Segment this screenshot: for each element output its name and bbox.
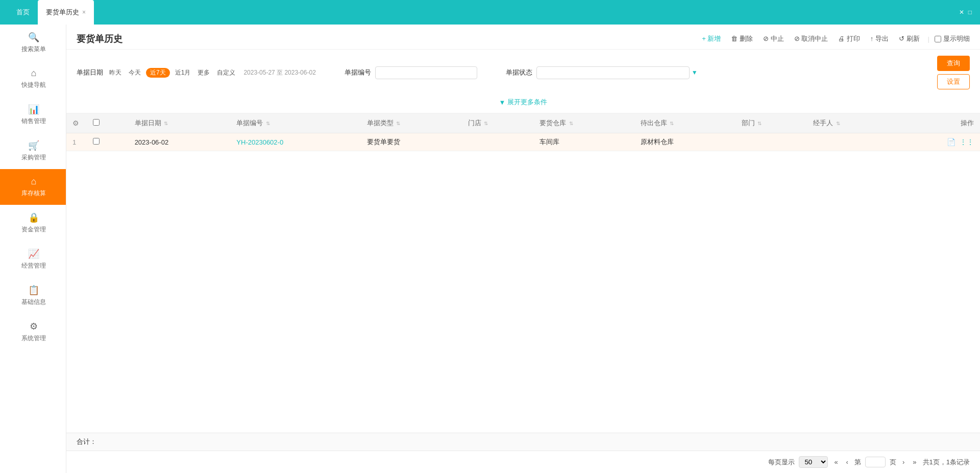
inventory-label: 库存核算 (21, 189, 46, 198)
system-label: 系统管理 (21, 334, 46, 343)
sales-icon: 📊 (28, 104, 39, 115)
sort-store-icon[interactable]: ⇅ (484, 121, 488, 126)
sidebar-item-inventory[interactable]: ⌂ 库存核算 (0, 169, 66, 205)
sidebar-item-search-menu[interactable]: 🔍 搜索菜单 (0, 25, 66, 61)
sidebar-item-sales[interactable]: 📊 销售管理 (0, 97, 66, 133)
date-custom[interactable]: 自定义 (215, 68, 237, 78)
purchase-icon: 🛒 (28, 140, 39, 151)
cell-handler (807, 133, 893, 151)
date-filter-label: 单据日期 (77, 68, 103, 77)
sort-doc-date-icon[interactable]: ⇅ (164, 121, 168, 126)
sidebar-item-operations[interactable]: 📈 经营管理 (0, 241, 66, 277)
export-button[interactable]: ↑ 导出 (867, 33, 892, 44)
cell-store (462, 133, 533, 151)
first-page-btn[interactable]: « (832, 457, 840, 467)
sidebar-item-finance[interactable]: 🔒 资金管理 (0, 205, 66, 241)
window-close-btn[interactable]: ✕ (959, 9, 964, 16)
th-doc-no: 单据编号 ⇅ (230, 113, 361, 133)
delete-button[interactable]: 🗑 删除 (728, 33, 756, 44)
cell-doc-date: 2023-06-02 (129, 133, 231, 151)
page-size-select[interactable]: 50 10 20 100 (799, 456, 828, 468)
tab-requisition-history[interactable]: 要货单历史 × (38, 0, 94, 25)
cell-num: 1 (66, 133, 87, 151)
date-yesterday[interactable]: 昨天 (107, 68, 124, 78)
filter-doc-status: 单据状态 ▼ (506, 66, 929, 79)
settings-button[interactable]: 设置 (937, 74, 970, 89)
new-button[interactable]: + 新增 (699, 33, 724, 44)
expand-more-label: 展开更多条件 (507, 98, 547, 107)
prev-page-btn[interactable]: ‹ (844, 457, 850, 467)
page-size-label: 每页显示 (768, 458, 795, 467)
cancel-stop-button[interactable]: ⊘ 取消中止 (791, 33, 831, 44)
tab-home[interactable]: 首页 (8, 0, 38, 25)
status-dropdown-icon[interactable]: ▼ (692, 69, 698, 76)
cell-department (736, 133, 807, 151)
th-store: 门店 ⇅ (462, 113, 533, 133)
doc-no-input[interactable] (375, 66, 477, 79)
quick-nav-label: 快捷导航 (21, 81, 46, 89)
page-title: 要货单历史 (77, 33, 122, 45)
sidebar-item-basic-info[interactable]: 📋 基础信息 (0, 277, 66, 314)
query-button[interactable]: 查询 (937, 56, 970, 71)
print-button[interactable]: 🖨 打印 (835, 33, 863, 44)
stop-button[interactable]: ⊘ 中止 (760, 33, 787, 44)
search-menu-label: 搜索菜单 (21, 45, 46, 54)
sort-handler-icon[interactable]: ⇅ (836, 121, 840, 126)
table-container: ⚙ 单据日期 ⇅ 单据编号 (66, 113, 980, 433)
th-operations: 操作 (893, 113, 980, 133)
filter-row: 单据日期 昨天 今天 近7天 近1月 更多 自定义 2023-05-27 至 2… (77, 56, 970, 89)
sort-doc-no-icon[interactable]: ⇅ (266, 121, 270, 126)
date-shortcuts: 昨天 今天 近7天 近1月 更多 自定义 (107, 68, 237, 78)
date-more[interactable]: 更多 (195, 68, 212, 78)
page-label-before: 第 (854, 458, 861, 467)
date-last7days[interactable]: 近7天 (146, 68, 170, 78)
row-checkbox[interactable] (93, 138, 100, 145)
sidebar-item-purchase[interactable]: 🛒 采购管理 (0, 133, 66, 169)
main-area: 🔍 搜索菜单 ⌂ 快捷导航 📊 销售管理 🛒 采购管理 ⌂ 库存核算 🔒 资 (0, 25, 980, 473)
filter-actions: 查询 设置 (937, 56, 970, 89)
sort-pending-warehouse-icon[interactable]: ⇅ (670, 121, 674, 126)
window-maximize-btn[interactable]: □ (968, 9, 972, 16)
op-edit-icon[interactable]: 📄 (947, 138, 955, 146)
op-more-icon[interactable]: ⋮⋮ (960, 138, 974, 146)
operations-icon: 📈 (28, 248, 39, 259)
expand-more-btn[interactable]: ▼ 展开更多条件 (499, 98, 548, 107)
show-detail-label: 显示明细 (943, 34, 970, 43)
last-page-btn[interactable]: » (911, 457, 918, 467)
sidebar-item-quick-nav[interactable]: ⌂ 快捷导航 (0, 61, 66, 97)
sort-department-icon[interactable]: ⇅ (757, 121, 762, 126)
gear-icon[interactable]: ⚙ (72, 119, 79, 127)
sort-req-warehouse-icon[interactable]: ⇅ (569, 121, 573, 126)
filter-date: 单据日期 昨天 今天 近7天 近1月 更多 自定义 2023-05-27 至 2… (77, 68, 316, 78)
basic-info-icon: 📋 (28, 285, 39, 296)
purchase-label: 采购管理 (21, 153, 46, 162)
expand-more-container: ▼ 展开更多条件 (77, 93, 970, 107)
system-icon: ⚙ (30, 321, 38, 332)
cell-doc-type: 要货单要货 (361, 133, 462, 151)
finance-icon: 🔒 (28, 212, 39, 223)
cell-checkbox (87, 133, 129, 151)
doc-status-input[interactable] (536, 66, 690, 79)
search-menu-icon: 🔍 (28, 32, 39, 43)
pagination-bar: 每页显示 50 10 20 100 « ‹ 第 1 页 › » 共1页，1条记录 (66, 451, 980, 473)
tab-home-label: 首页 (16, 8, 30, 17)
quick-nav-icon: ⌂ (31, 68, 37, 79)
select-all-checkbox[interactable] (93, 119, 100, 126)
date-today[interactable]: 今天 (127, 68, 143, 78)
sort-doc-type-icon[interactable]: ⇅ (396, 121, 400, 126)
next-page-btn[interactable]: › (900, 457, 906, 467)
show-detail-input[interactable] (935, 36, 941, 42)
sidebar-item-system[interactable]: ⚙ 系统管理 (0, 314, 66, 350)
th-pending-warehouse: 待出仓库 ⇅ (634, 113, 736, 133)
doc-no-link[interactable]: YH-20230602-0 (236, 138, 283, 146)
show-detail-checkbox[interactable]: 显示明细 (935, 34, 970, 43)
tab-close-icon[interactable]: × (82, 9, 86, 16)
page-number-input[interactable]: 1 (865, 457, 886, 467)
page-content: 要货单历史 + 新增 🗑 删除 ⊘ 中止 ⊘ 取消中止 🖨 打印 ↑ 导出 ↺ … (66, 25, 980, 473)
refresh-button[interactable]: ↺ 刷新 (896, 33, 923, 44)
th-doc-type: 单据类型 ⇅ (361, 113, 462, 133)
date-range-display: 2023-05-27 至 2023-06-02 (243, 68, 315, 77)
main-table: ⚙ 单据日期 ⇅ 单据编号 (66, 113, 980, 151)
cell-doc-no: YH-20230602-0 (230, 133, 361, 151)
date-last1month[interactable]: 近1月 (173, 68, 193, 78)
